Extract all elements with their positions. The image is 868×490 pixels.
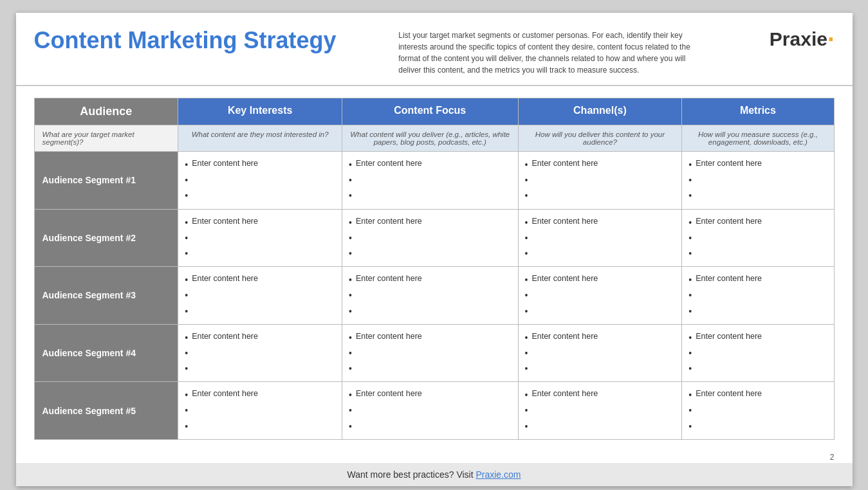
footer: Want more best practices? Visit Praxie.c… bbox=[16, 463, 853, 486]
data-cell-contentfocus-4[interactable]: Enter content here bbox=[342, 324, 518, 382]
list-item: Enter content here bbox=[349, 272, 511, 287]
data-cell-channels-2[interactable]: Enter content here bbox=[518, 209, 682, 267]
list-item bbox=[688, 230, 827, 246]
list-item bbox=[185, 345, 335, 361]
data-cell-metrics-3[interactable]: Enter content here bbox=[682, 267, 834, 325]
list-item bbox=[349, 419, 511, 434]
segment-label-1: Audience Segment #1 bbox=[34, 152, 178, 210]
table-row: Audience Segment #4Enter content hereEnt… bbox=[34, 324, 834, 382]
data-cell-metrics-4[interactable]: Enter content here bbox=[682, 324, 834, 382]
list-item: Enter content here bbox=[185, 272, 335, 287]
col-header-audience: Audience bbox=[34, 98, 178, 125]
list-item bbox=[185, 230, 335, 246]
list-item: Enter content here bbox=[525, 157, 676, 172]
strategy-table: Audience Key Interests Content Focus Cha… bbox=[34, 98, 835, 440]
list-item bbox=[349, 304, 511, 319]
subheader-audience: What are your target market segment(s)? bbox=[34, 125, 178, 152]
list-item bbox=[349, 361, 511, 376]
list-item bbox=[349, 172, 511, 188]
list-item: Enter content here bbox=[349, 330, 511, 345]
list-item bbox=[185, 172, 335, 188]
footer-text: Want more best practices? Visit bbox=[347, 469, 476, 480]
list-item bbox=[185, 246, 335, 261]
data-cell-keyinterests-4[interactable]: Enter content here bbox=[178, 324, 342, 382]
logo: Praxie· bbox=[770, 27, 835, 51]
col-header-keyinterests: Key Interests bbox=[178, 98, 342, 125]
list-item: Enter content here bbox=[688, 272, 827, 287]
list-item bbox=[525, 287, 676, 303]
list-item bbox=[688, 361, 827, 376]
list-item bbox=[349, 246, 511, 261]
data-cell-keyinterests-1[interactable]: Enter content here bbox=[178, 152, 342, 210]
data-cell-channels-1[interactable]: Enter content here bbox=[518, 152, 682, 210]
data-cell-channels-4[interactable]: Enter content here bbox=[518, 324, 682, 382]
list-item bbox=[349, 188, 511, 203]
list-item bbox=[525, 345, 676, 361]
data-cell-contentfocus-3[interactable]: Enter content here bbox=[342, 267, 518, 325]
list-item bbox=[525, 361, 676, 376]
col-header-contentfocus: Content Focus bbox=[342, 98, 518, 125]
list-item: Enter content here bbox=[688, 387, 827, 403]
data-cell-keyinterests-3[interactable]: Enter content here bbox=[178, 267, 342, 325]
col-header-metrics: Metrics bbox=[682, 98, 834, 125]
list-item bbox=[185, 304, 335, 319]
list-item bbox=[185, 188, 335, 203]
segment-label-3: Audience Segment #3 bbox=[34, 267, 178, 325]
list-item bbox=[688, 345, 827, 361]
list-item bbox=[688, 188, 827, 203]
main-content: Audience Key Interests Content Focus Cha… bbox=[16, 86, 853, 451]
list-item bbox=[525, 304, 676, 319]
data-cell-contentfocus-1[interactable]: Enter content here bbox=[342, 152, 518, 210]
list-item: Enter content here bbox=[185, 330, 335, 345]
data-cell-keyinterests-5[interactable]: Enter content here bbox=[178, 382, 342, 440]
list-item bbox=[525, 230, 676, 246]
list-item bbox=[525, 246, 676, 261]
subheader-contentfocus: What content will you deliver (e.g., art… bbox=[342, 125, 518, 152]
footer-link[interactable]: Praxie.com bbox=[476, 469, 521, 480]
list-item: Enter content here bbox=[185, 387, 335, 403]
header-row: Audience Key Interests Content Focus Cha… bbox=[34, 98, 834, 125]
list-item bbox=[185, 403, 335, 418]
data-cell-metrics-5[interactable]: Enter content here bbox=[682, 382, 834, 440]
page-title: Content Marketing Strategy bbox=[34, 27, 337, 54]
header-description: List your target market segments or cust… bbox=[398, 30, 707, 76]
data-cell-contentfocus-5[interactable]: Enter content here bbox=[342, 382, 518, 440]
list-item: Enter content here bbox=[185, 215, 335, 230]
segment-label-5: Audience Segment #5 bbox=[34, 382, 178, 440]
data-cell-metrics-2[interactable]: Enter content here bbox=[682, 209, 834, 267]
subheader-channels: How will you deliver this content to you… bbox=[518, 125, 682, 152]
list-item bbox=[185, 287, 335, 303]
subheader-row: What are your target market segment(s)? … bbox=[34, 125, 834, 152]
list-item bbox=[688, 172, 827, 188]
data-cell-channels-5[interactable]: Enter content here bbox=[518, 382, 682, 440]
list-item bbox=[688, 419, 827, 434]
table-row: Audience Segment #1Enter content hereEnt… bbox=[34, 152, 834, 210]
list-item: Enter content here bbox=[349, 157, 511, 172]
table-row: Audience Segment #3Enter content hereEnt… bbox=[34, 267, 834, 325]
list-item: Enter content here bbox=[349, 387, 511, 403]
list-item bbox=[185, 361, 335, 376]
col-header-channels: Channel(s) bbox=[518, 98, 682, 125]
list-item: Enter content here bbox=[688, 157, 827, 172]
subheader-keyinterests: What content are they most interested in… bbox=[178, 125, 342, 152]
data-cell-contentfocus-2[interactable]: Enter content here bbox=[342, 209, 518, 267]
list-item: Enter content here bbox=[525, 215, 676, 230]
list-item bbox=[349, 230, 511, 246]
list-item bbox=[688, 246, 827, 261]
header: Content Marketing Strategy List your tar… bbox=[16, 13, 853, 86]
subheader-metrics: How will you measure success (e.g., enga… bbox=[682, 125, 834, 152]
logo-text: Praxie bbox=[770, 28, 827, 50]
list-item: Enter content here bbox=[688, 215, 827, 230]
data-cell-metrics-1[interactable]: Enter content here bbox=[682, 152, 834, 210]
list-item bbox=[349, 287, 511, 303]
list-item: Enter content here bbox=[185, 157, 335, 172]
list-item bbox=[688, 403, 827, 418]
data-cell-channels-3[interactable]: Enter content here bbox=[518, 267, 682, 325]
list-item bbox=[349, 345, 511, 361]
list-item: Enter content here bbox=[525, 387, 676, 403]
list-item: Enter content here bbox=[349, 215, 511, 230]
table-row: Audience Segment #2Enter content hereEnt… bbox=[34, 209, 834, 267]
logo-dot: · bbox=[827, 27, 835, 51]
data-cell-keyinterests-2[interactable]: Enter content here bbox=[178, 209, 342, 267]
list-item bbox=[525, 188, 676, 203]
